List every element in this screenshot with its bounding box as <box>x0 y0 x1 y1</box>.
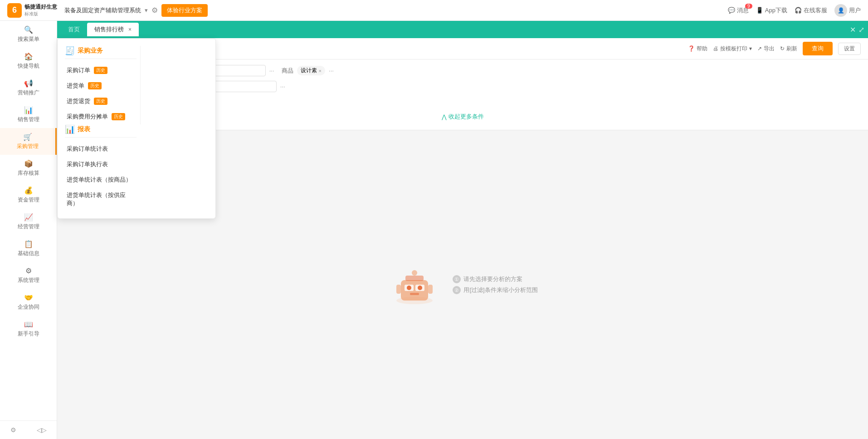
menu-item-receipt-stats-supplier[interactable]: 进货单统计表（按供应商） <box>65 187 137 211</box>
settings-small-btn[interactable]: 设置 <box>838 43 861 55</box>
tab-active-label: 销售排行榜 <box>94 25 124 34</box>
system-dropdown-btn[interactable]: ▾ <box>145 7 148 14</box>
sidebar-item-basic[interactable]: 📋 基础信息 <box>0 235 57 262</box>
menu-item-po-exec[interactable]: 采购订单执行表 <box>65 157 137 172</box>
online-service-btn[interactable]: 🎧 在线客服 <box>795 6 827 15</box>
system-settings-btn[interactable]: ⚙ <box>151 6 158 15</box>
refresh-icon: ↻ <box>780 45 785 52</box>
svg-rect-7 <box>396 285 401 294</box>
basic-icon: 📋 <box>24 240 33 248</box>
menu-item-purchase-cost[interactable]: 采购费用分摊单 历史 <box>65 109 137 124</box>
svg-point-10 <box>412 270 417 276</box>
sidebar-item-inventory[interactable]: 📦 库存核算 <box>0 155 57 182</box>
svg-rect-8 <box>428 285 433 294</box>
purchase-business-section: 🧾 采购业务 采购订单 历史 进货单 历史 进货退货 历史 采购费用分摊单 历史 <box>65 46 137 124</box>
industry-btn[interactable]: 体验行业方案 <box>161 4 208 17</box>
app-download-btn[interactable]: 📱 App下载 <box>756 6 787 15</box>
finance-icon: 💰 <box>24 186 33 195</box>
header-actions: ❓ 帮助 🖨 按模板打印 ▾ ↗ 导出 ↻ 刷新 <box>688 42 861 55</box>
print-btn[interactable]: 🖨 按模板打印 ▾ <box>713 45 752 53</box>
receipt-stats-goods-label: 进货单统计表（按商品） <box>67 176 132 184</box>
sidebar-item-marketing[interactable]: 📢 营销推广 <box>0 74 57 101</box>
voucher-status-dots[interactable]: ··· <box>269 67 274 74</box>
phone-icon: 📱 <box>756 7 763 14</box>
sidebar-item-operations[interactable]: 📈 经营管理 <box>0 208 57 235</box>
purchase-icon: 🛒 <box>23 133 32 141</box>
goods-return-label: 进货退货 <box>67 97 90 105</box>
avatar: 👤 <box>834 4 847 17</box>
tab-bar: 首页 销售排行榜 × ✕ ⤢ <box>57 21 868 38</box>
sidebar-item-label: 新手引导 <box>18 330 39 338</box>
salesperson-dots[interactable]: ··· <box>280 83 285 90</box>
goods-tag-value: 设计素 <box>301 67 317 74</box>
top-bar-right: 💬 消息 9 📱 App下载 🎧 在线客服 👤 用户 <box>728 4 861 17</box>
sidebar-bottom: ⚙ ◁▷ <box>0 420 57 439</box>
sidebar-item-label: 系统管理 <box>18 276 39 284</box>
sidebar-item-finance[interactable]: 💰 资金管理 <box>0 182 57 208</box>
menu-item-goods-return[interactable]: 进货退货 历史 <box>65 94 137 109</box>
sidebar-item-guide[interactable]: 📖 新手引导 <box>0 316 57 342</box>
sidebar-settings-btn[interactable]: ⚙ <box>10 426 16 434</box>
logo-area: 6 畅捷通好生意 标准版 <box>7 3 57 18</box>
svg-point-4 <box>407 286 411 290</box>
sidebar-item-purchase[interactable]: 🛒 采购管理 <box>0 128 57 155</box>
goods-dots[interactable]: ··· <box>329 67 334 74</box>
inventory-icon: 📦 <box>24 159 33 168</box>
purchase-section-title: 🧾 采购业务 <box>65 46 137 59</box>
purchase-report-section: 📊 报表 采购订单统计表 采购订单执行表 进货单统计表（按商品） 进货单统计表（… <box>65 124 137 211</box>
refresh-btn[interactable]: ↻ 刷新 <box>780 45 797 53</box>
tab-close-btn[interactable]: × <box>128 26 132 33</box>
sidebar-item-label: 搜索菜单 <box>18 35 39 43</box>
tab-close-window-btn[interactable]: ✕ <box>850 25 856 34</box>
sales-icon: 📊 <box>24 106 33 114</box>
hint-num-2: ② <box>453 286 461 294</box>
menu-item-goods-receipt[interactable]: 进货单 历史 <box>65 78 137 94</box>
sidebar-item-collab[interactable]: 🤝 企业协同 <box>0 289 57 316</box>
hint-item-2: ② 用[过滤]条件来缩小分析范围 <box>453 286 537 294</box>
sidebar-item-system[interactable]: ⚙ 系统管理 <box>0 262 57 289</box>
print-icon: 🖨 <box>713 45 718 52</box>
sidebar-item-nav[interactable]: 🏠 快捷导航 <box>0 48 57 74</box>
menu-item-receipt-stats-goods[interactable]: 进货单统计表（按商品） <box>65 172 137 187</box>
goods-tag-close[interactable]: × <box>319 68 322 74</box>
print-dropdown-icon: ▾ <box>749 45 752 52</box>
message-btn[interactable]: 💬 消息 9 <box>728 6 749 15</box>
sidebar-item-label: 快捷导航 <box>18 62 39 70</box>
guide-icon: 📖 <box>24 320 33 329</box>
tab-sales-ranking[interactable]: 销售排行榜 × <box>87 23 139 36</box>
export-icon: ↗ <box>757 45 762 52</box>
sidebar-item-label: 经营管理 <box>18 223 39 231</box>
empty-hints: ① 请先选择要分析的方案 ② 用[过滤]条件来缩小分析范围 <box>453 275 537 294</box>
sidebar-item-label: 库存核算 <box>18 169 39 177</box>
goods-filter: 商品 设计素 × ··· <box>282 66 334 75</box>
purchase-order-label: 采购订单 <box>67 66 90 74</box>
tab-bar-right: ✕ ⤢ <box>850 25 864 34</box>
sidebar-item-search[interactable]: 🔍 搜索菜单 <box>0 21 57 48</box>
system-title: 装备及固定资产辅助管理系统 <box>64 6 141 15</box>
menu-item-po-stats[interactable]: 采购订单统计表 <box>65 141 137 157</box>
goods-receipt-label: 进货单 <box>67 82 84 90</box>
svg-point-5 <box>418 286 422 290</box>
export-btn[interactable]: ↗ 导出 <box>757 45 775 53</box>
menu-divider <box>140 46 141 124</box>
hint-num-1: ① <box>453 275 461 283</box>
search-icon: 🔍 <box>24 25 33 34</box>
hint-item-1: ① 请先选择要分析的方案 <box>453 275 537 283</box>
goods-label: 商品 <box>282 67 293 75</box>
po-stats-label: 采购订单统计表 <box>67 145 108 153</box>
report-section-title: 📊 报表 <box>65 124 137 138</box>
top-bar-mid: 装备及固定资产辅助管理系统 ▾ ⚙ 体验行业方案 <box>64 4 728 17</box>
sidebar-item-sales[interactable]: 📊 销售管理 <box>0 101 57 128</box>
help-btn[interactable]: ❓ 帮助 <box>688 45 707 53</box>
message-icon: 💬 <box>728 7 735 14</box>
purchase-dropdown-menu: 🧾 采购业务 采购订单 历史 进货单 历史 进货退货 历史 采购费用分摊单 历史 <box>57 38 216 219</box>
menu-item-purchase-order[interactable]: 采购订单 历史 <box>65 63 137 78</box>
user-btn[interactable]: 👤 用户 <box>834 4 861 17</box>
tab-home[interactable]: 首页 <box>61 23 87 36</box>
sidebar-item-label: 采购管理 <box>17 143 39 150</box>
sidebar-collapse-btn[interactable]: ◁▷ <box>37 426 47 434</box>
history-badge-4: 历史 <box>112 113 125 120</box>
query-btn[interactable]: 查询 <box>803 42 833 55</box>
tab-maximize-btn[interactable]: ⤢ <box>858 25 864 34</box>
operations-icon: 📈 <box>24 213 33 222</box>
